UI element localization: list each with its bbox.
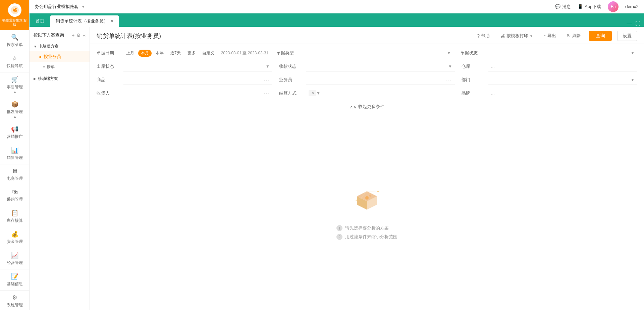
left-panel-header: 按以下方案查询 + ⚙ « <box>30 30 90 40</box>
tree-item-by-salesperson-label: 按业务员 <box>44 54 61 60</box>
tab-report[interactable]: 销货单统计表（按业务员） × <box>50 15 119 27</box>
sidebar-item-quick-nav[interactable]: ☆ 快捷导航 <box>0 51 29 72</box>
app-download-label: App下载 <box>585 4 601 10</box>
date-btn-this-year[interactable]: 本年 <box>153 50 166 57</box>
message-label: 消息 <box>562 4 571 10</box>
brand-field[interactable]: ... <box>488 88 637 98</box>
tab-report-label: 销货单统计表（按业务员） <box>56 18 108 24</box>
sidebar-item-operation[interactable]: 📈 经营管理 <box>0 248 29 269</box>
tab-home[interactable]: 首页 <box>30 15 50 27</box>
salesperson-dots-icon[interactable]: ··· <box>446 77 452 83</box>
sidebar-item-marketing[interactable]: 📢 营销推广 <box>0 122 29 143</box>
top-header: 办公用品行业模拟账套 ▼ 💬 消息 📱 App下载 Ea demo2 <box>30 0 644 13</box>
sidebar-item-purchase[interactable]: 🛍 采购管理 <box>0 185 29 206</box>
active-scheme-icon: ● <box>39 54 42 59</box>
app-download-button[interactable]: 📱 App下载 <box>578 4 601 10</box>
sidebar-item-wholesale[interactable]: 📦 批发管理 ▲ <box>0 97 29 122</box>
desktop-section-header[interactable]: ▼ 电脑端方案 <box>30 42 90 51</box>
username: demo2 <box>625 4 639 9</box>
sidebar-item-system[interactable]: ⚙ 系统管理 <box>0 291 29 310</box>
sidebar-item-retail-label: 零售管理 <box>7 84 23 90</box>
goods-field[interactable]: ··· <box>123 75 272 85</box>
sidebar-item-retail[interactable]: 🛒 零售管理 ▲ <box>0 72 29 97</box>
empty-tip-2: 2 用过滤条件来缩小分析范围 <box>336 234 397 240</box>
left-panel-actions: + ⚙ « <box>72 33 86 38</box>
query-button[interactable]: 查询 <box>589 31 612 41</box>
purchase-icon: 🛍 <box>12 189 18 196</box>
logo-icon: 畅 <box>8 3 21 17</box>
retail-icon: 🛒 <box>11 76 18 83</box>
main-area: 办公用品行业模拟账套 ▼ 💬 消息 📱 App下载 Ea demo2 首页 销货… <box>30 0 644 310</box>
chevron-up-icon: ▲ <box>13 115 17 118</box>
breadcrumb: 办公用品行业模拟账套 ▼ <box>35 4 85 10</box>
doc-type-select[interactable]: ▼ <box>303 48 453 58</box>
empty-tip-1: 1 请先选择要分析的方案 <box>336 225 397 231</box>
out-status-label: 出库状态 <box>97 63 123 69</box>
tree-item-by-order[interactable]: ≡ 按单 <box>30 62 90 72</box>
logo-text: 畅捷通好生意 标版 <box>2 18 28 27</box>
refresh-button[interactable]: ↻ 刷新 <box>564 32 584 40</box>
basic-icon: 📝 <box>11 273 18 280</box>
settle-method-select[interactable]: × ▼ <box>306 88 455 98</box>
collapse-panel-button[interactable]: « <box>83 33 86 38</box>
mobile-expand-icon: ▶ <box>34 77 36 81</box>
sidebar-item-system-label: 系统管理 <box>7 302 23 308</box>
warehouse-field[interactable]: ... <box>488 61 637 71</box>
breadcrumb-arrow[interactable]: ▼ <box>81 4 85 9</box>
sidebar-item-search[interactable]: 🔍 搜索菜单 <box>0 30 29 51</box>
settings-button[interactable]: 设置 <box>617 31 637 41</box>
export-button[interactable]: ↑ 导出 <box>541 32 559 40</box>
settle-method-tag: × <box>309 90 316 96</box>
app-logo[interactable]: 畅 畅捷通好生意 标版 <box>0 0 29 30</box>
consignee-dots-icon[interactable]: ··· <box>264 91 270 96</box>
collapse-more-button[interactable]: ∧∧ 收起更多条件 <box>97 102 637 112</box>
export-label: 导出 <box>547 33 556 39</box>
minimize-button[interactable]: — <box>627 21 632 27</box>
avatar[interactable]: Ea <box>608 1 619 12</box>
goods-dots-icon[interactable]: ··· <box>264 77 270 83</box>
date-btn-last-7-days[interactable]: 近7天 <box>168 50 183 57</box>
desktop-expand-icon: ▼ <box>34 45 37 48</box>
doc-status-select[interactable]: ▼ <box>487 48 637 58</box>
sidebar-item-inventory[interactable]: 📋 库存核算 <box>0 206 29 227</box>
tip-text-2: 用过滤条件来缩小分析范围 <box>345 234 397 240</box>
operation-icon: 📈 <box>11 252 18 259</box>
sidebar-item-sales[interactable]: 📊 销售管理 <box>0 143 29 164</box>
window-controls: — ⛶ <box>623 21 644 27</box>
sidebar-item-basic-label: 基础信息 <box>7 281 23 287</box>
message-button[interactable]: 💬 消息 <box>555 4 571 10</box>
page-title: 销货单统计表(按业务员) <box>97 32 161 40</box>
mobile-section-header[interactable]: ▶ 移动端方案 <box>30 74 90 84</box>
tab-close-button[interactable]: × <box>111 19 113 23</box>
settings-scheme-button[interactable]: ⚙ <box>76 33 81 38</box>
message-icon: 💬 <box>555 4 560 9</box>
tree-item-by-salesperson[interactable]: ● 按业务员 <box>30 51 90 62</box>
marketing-icon: 📢 <box>11 125 18 133</box>
sidebar-item-marketing-label: 营销推广 <box>7 134 23 140</box>
consignee-field[interactable]: ··· <box>123 88 272 98</box>
help-button[interactable]: ? 帮助 <box>474 32 492 40</box>
tag-close-button[interactable]: × <box>312 91 314 96</box>
top-header-actions: 💬 消息 📱 App下载 Ea demo2 <box>555 1 639 12</box>
date-btn-last-month[interactable]: 上月 <box>123 50 137 57</box>
date-btn-more[interactable]: 更多 <box>185 50 198 57</box>
brand-placeholder: ... <box>491 91 635 96</box>
out-status-select[interactable]: ▼ <box>123 61 272 71</box>
collect-status-select[interactable]: ▼ <box>306 61 455 71</box>
sidebar-item-ecommerce[interactable]: 🖥 电商管理 <box>0 164 29 185</box>
date-btn-custom[interactable]: 自定义 <box>200 50 217 57</box>
inventory-icon: 📋 <box>11 209 18 217</box>
sidebar-item-finance[interactable]: 💰 资金管理 <box>0 227 29 248</box>
date-btn-this-month[interactable]: 本月 <box>138 50 152 57</box>
collect-status-label: 收款状态 <box>279 63 306 69</box>
add-scheme-button[interactable]: + <box>72 33 74 38</box>
sidebar-item-basic[interactable]: 📝 基础信息 <box>0 269 29 291</box>
print-button[interactable]: 🖨 按模板打印 ▼ <box>498 32 536 40</box>
department-select[interactable]: ▼ <box>488 75 637 85</box>
salesperson-field[interactable]: ··· <box>306 75 455 85</box>
brand-label: 品牌 <box>462 90 488 96</box>
out-status-arrow-icon: ▼ <box>266 64 270 69</box>
ecommerce-icon: 🖥 <box>12 168 18 175</box>
settle-method-arrow-icon: ▼ <box>316 91 320 96</box>
maximize-button[interactable]: ⛶ <box>635 21 641 27</box>
